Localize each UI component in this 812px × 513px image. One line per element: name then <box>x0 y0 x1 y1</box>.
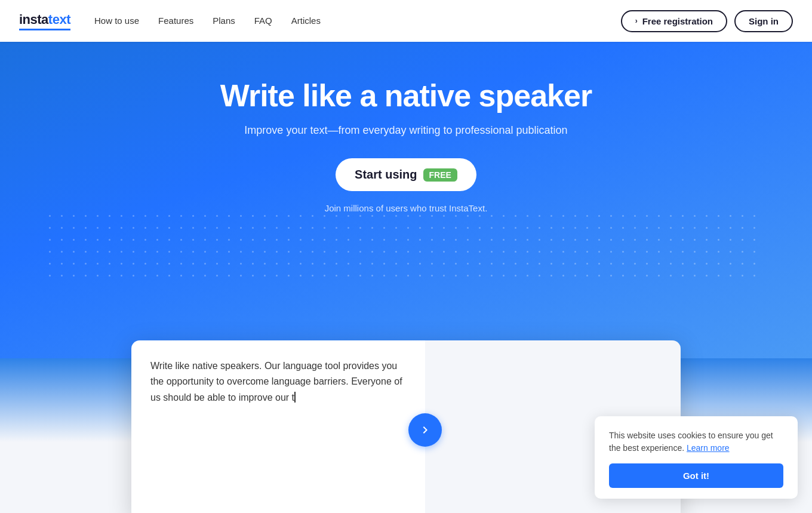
navbar-right: › Free registration Sign in <box>621 10 793 32</box>
process-button[interactable] <box>408 413 442 447</box>
signin-label: Sign in <box>749 16 779 26</box>
text-cursor <box>294 392 296 403</box>
arrow-right-icon <box>418 423 432 437</box>
logo-text: text <box>48 12 70 27</box>
cookie-text: This website uses cookies to ensure you … <box>609 429 783 455</box>
editor-input-panel[interactable]: Write like native speakers. Our language… <box>131 340 425 513</box>
nav-plans[interactable]: Plans <box>213 16 235 26</box>
start-label: Start using <box>355 168 417 182</box>
editor-text-content: Write like native speakers. Our language… <box>150 361 402 403</box>
hero-section: Write like a native speaker Improve your… <box>0 0 812 358</box>
hero-content: Write like a native speaker Improve your… <box>220 42 592 266</box>
signin-button[interactable]: Sign in <box>734 10 793 32</box>
nav-links: How to use Features Plans FAQ Articles <box>94 16 321 26</box>
register-label: Free registration <box>642 16 713 26</box>
navbar: instatext How to use Features Plans FAQ … <box>0 0 812 42</box>
nav-articles[interactable]: Articles <box>291 16 321 26</box>
start-button[interactable]: Start using FREE <box>336 158 476 191</box>
cookie-banner: This website uses cookies to ensure you … <box>595 416 798 499</box>
hero-subtitle: Improve your text—from everyday writing … <box>220 124 592 137</box>
hero-title: Write like a native speaker <box>220 78 592 113</box>
got-it-button[interactable]: Got it! <box>609 463 783 488</box>
free-badge: FREE <box>423 168 457 182</box>
trust-text: Join millions of users who trust InstaTe… <box>220 203 592 213</box>
nav-features[interactable]: Features <box>158 16 193 26</box>
logo-underline <box>19 29 70 30</box>
chevron-icon: › <box>635 17 638 25</box>
logo[interactable]: instatext <box>19 12 70 30</box>
register-button[interactable]: › Free registration <box>621 10 727 32</box>
nav-how-to-use[interactable]: How to use <box>94 16 139 26</box>
navbar-left: instatext How to use Features Plans FAQ … <box>19 12 321 30</box>
logo-insta: insta <box>19 12 48 27</box>
editor-input-text: Write like native speakers. Our language… <box>150 358 406 406</box>
learn-more-link[interactable]: Learn more <box>687 443 730 453</box>
nav-faq[interactable]: FAQ <box>254 16 272 26</box>
